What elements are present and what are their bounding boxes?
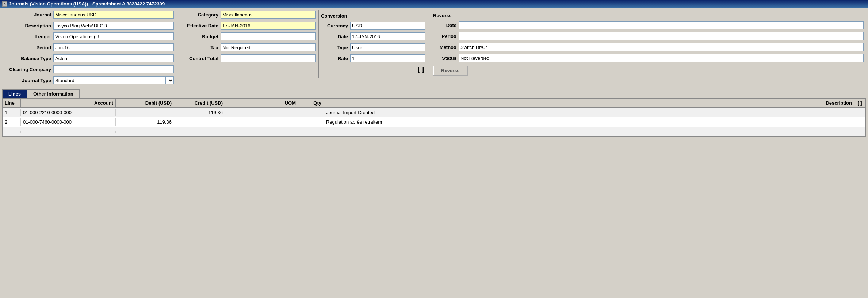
header-debit: Debit (USD) (116, 99, 174, 107)
window-title: Journals (Vision Operations (USA)) - Spr… (9, 1, 165, 7)
form-middle: Category Category Effective Date Budget … (177, 10, 316, 86)
conversion-header: Conversion (321, 12, 425, 19)
cell-line-1: 1 (3, 109, 21, 116)
reverse-header: Reverse (433, 12, 864, 19)
control-total-input[interactable] (221, 54, 316, 62)
header-line: Line (3, 99, 21, 107)
rev-status-label: Status (433, 55, 459, 61)
tab-lines[interactable]: Lines (2, 89, 27, 98)
rev-method-input[interactable] (459, 43, 864, 51)
category-input[interactable] (221, 11, 316, 19)
tax-label: Tax (177, 45, 221, 50)
tabs-area: Lines Other Information (2, 89, 866, 98)
clearing-company-label: Clearing Company (2, 67, 53, 72)
clearing-company-row: Clearing Company (2, 65, 174, 74)
conv-date-label: Date (321, 34, 350, 39)
ledger-input[interactable] (53, 32, 174, 40)
cell-account-2[interactable]: 01-000-7460-0000-000 (21, 118, 116, 126)
effective-date-label: Effective Date (177, 23, 221, 28)
cell-qty-1 (298, 112, 324, 114)
rev-period-row: Period (433, 31, 864, 41)
conv-rate-label: Rate (321, 56, 350, 61)
main-content: Journal Description Ledger Period Balanc… (0, 8, 868, 139)
reverse-section: Reverse Date Period Method Status Re (431, 10, 866, 86)
rev-method-label: Method (433, 44, 459, 50)
cell-qty-3 (298, 131, 324, 133)
cell-description-2: Regulation après retraitem (324, 118, 854, 126)
effective-date-row: Effective Date (177, 21, 316, 30)
conversion-section: Conversion Currency Date Type Rate (318, 10, 428, 86)
cell-bracket-2 (854, 121, 865, 123)
conv-bracket: [ ] (418, 66, 424, 73)
close-button[interactable]: × (2, 1, 7, 7)
conv-date-row: Date (321, 32, 425, 41)
budget-row: Budget (177, 32, 316, 41)
cell-line-3 (3, 131, 21, 133)
ledger-row: Ledger (2, 32, 174, 41)
reverse-button[interactable]: Reverse (433, 66, 468, 76)
conv-type-label: Type (321, 45, 350, 50)
header-uom: UOM (225, 99, 298, 107)
conv-type-row: Type (321, 43, 425, 52)
rev-status-row: Status (433, 53, 864, 63)
header-credit: Credit (USD) (174, 99, 225, 107)
table-row: 1 01-000-2210-0000-000 119.36 Journal Im… (3, 108, 865, 117)
rev-period-input[interactable] (459, 32, 864, 40)
cell-description-1: Journal Import Created (324, 109, 854, 116)
budget-label: Budget (177, 34, 221, 39)
period-row: Period (2, 43, 174, 52)
cell-credit-1: 119.36 (174, 109, 225, 116)
cell-debit-1 (116, 112, 174, 114)
conv-currency-input[interactable] (350, 22, 425, 30)
lines-table-header: Line Account Debit (USD) Credit (USD) UO… (3, 99, 865, 108)
conv-currency-label: Currency (321, 23, 350, 28)
category-row: Category Category (177, 10, 316, 19)
journal-type-input[interactable] (53, 76, 166, 84)
cell-line-2: 2 (3, 118, 21, 126)
rev-status-input[interactable] (459, 54, 864, 62)
balance-type-row: Balance Type (2, 54, 174, 63)
conv-date-input[interactable] (350, 32, 425, 40)
journal-input[interactable] (53, 11, 174, 19)
category-label: Category (177, 12, 221, 18)
form-left: Journal Description Ledger Period Balanc… (2, 10, 174, 86)
description-label: Description (2, 23, 53, 28)
rev-method-row: Method (433, 42, 864, 52)
control-total-row: Control Total (177, 54, 316, 63)
cell-uom-2 (225, 121, 298, 123)
conv-currency-row: Currency (321, 21, 425, 30)
budget-input[interactable] (221, 32, 316, 40)
balance-type-input[interactable] (53, 54, 174, 62)
clearing-company-input[interactable] (53, 65, 174, 73)
lines-table: Line Account Debit (USD) Credit (USD) UO… (2, 98, 866, 137)
tax-row: Tax (177, 43, 316, 52)
effective-date-input[interactable] (221, 22, 316, 30)
journal-type-label: Journal Type (2, 78, 53, 83)
cell-account-3[interactable] (21, 131, 116, 133)
conv-type-input[interactable] (350, 43, 425, 51)
rev-date-input[interactable] (459, 21, 864, 29)
description-row: Description (2, 21, 174, 30)
journal-label: Journal (2, 12, 53, 18)
header-description: Description (324, 99, 854, 107)
cell-debit-2: 119.36 (116, 118, 174, 126)
conv-rate-input[interactable] (350, 54, 425, 62)
cell-bracket-1 (854, 112, 865, 114)
period-label: Period (2, 45, 53, 50)
journal-row: Journal (2, 10, 174, 19)
journal-type-select[interactable]: ▼ (166, 76, 174, 84)
header-qty: Qty (298, 99, 324, 107)
table-row (3, 127, 865, 136)
conv-bracket-row: [ ] (321, 65, 425, 74)
rev-date-row: Date (433, 20, 864, 30)
period-input[interactable] (53, 43, 174, 51)
header-account: Account (21, 99, 116, 107)
description-input[interactable] (53, 22, 174, 30)
rev-date-label: Date (433, 23, 459, 28)
conv-rate-row: Rate (321, 54, 425, 63)
tab-other-information[interactable]: Other Information (27, 89, 80, 98)
tax-input[interactable] (221, 43, 316, 51)
cell-bracket-3 (854, 131, 865, 133)
cell-account-1[interactable]: 01-000-2210-0000-000 (21, 109, 116, 116)
cell-credit-2 (174, 121, 225, 123)
